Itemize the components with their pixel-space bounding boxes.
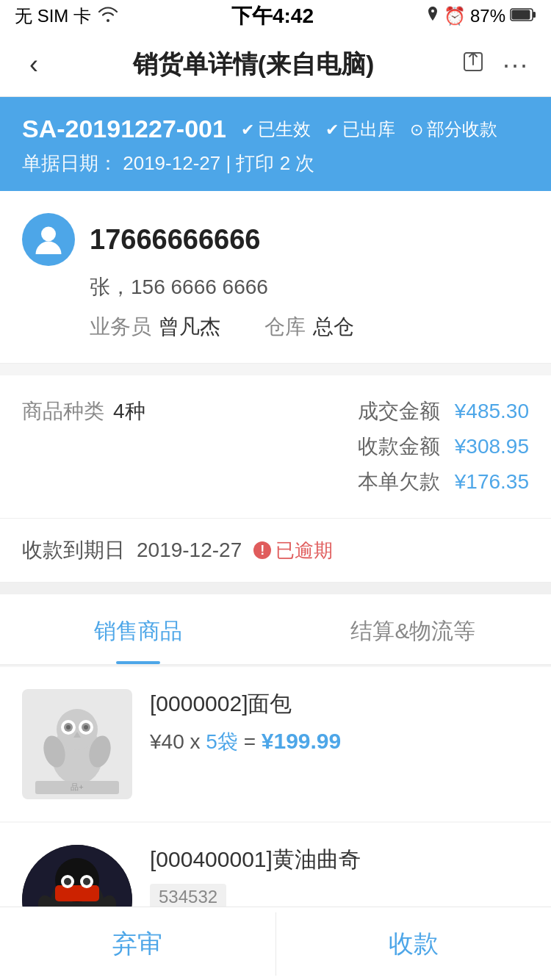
deal-amount-label: 成交金额 [358, 397, 440, 425]
product-item: 品+ [0000002]面包 ¥40 x 5袋 = ¥199.99 [0, 667, 551, 821]
nav-bar: ‹ 销货单详情(来自电脑) ··· [0, 32, 551, 97]
product-qty-1: 5袋 [206, 730, 238, 753]
salesperson-value: 曾凡杰 [159, 313, 220, 341]
product-equals-1: = [244, 730, 262, 753]
location-icon [426, 6, 439, 26]
svg-point-12 [66, 725, 71, 729]
status-bar: 无 SIM 卡 下午4:42 ⏰ 87% [0, 0, 551, 32]
share-button[interactable] [461, 50, 485, 79]
warehouse-value: 总仓 [313, 313, 354, 341]
collected-label: 收款金额 [358, 433, 440, 461]
status-right: ⏰ 87% [426, 6, 536, 26]
salesperson-label: 业务员 [90, 313, 151, 341]
due-date-label: 收款到期日 [22, 536, 125, 564]
amount-stats: 成交金额 ¥485.30 收款金额 ¥308.95 本单欠款 ¥176.35 [358, 397, 529, 496]
product-name-2: [000400001]黄油曲奇 [150, 845, 529, 875]
check-icon-shipped [325, 119, 339, 140]
wifi-icon [97, 6, 119, 26]
product-types-label: 商品种类 [22, 397, 104, 425]
battery-icon [510, 6, 536, 26]
overdue-text: 已逾期 [276, 538, 333, 563]
clock-icon [410, 119, 423, 140]
collect-payment-button[interactable]: 收款 [276, 912, 552, 976]
status-badge-shipped: 已出库 [325, 118, 395, 141]
tabs-bar: 销售商品 结算&物流等 [0, 594, 551, 666]
customer-section: 17666666666 张，156 6666 6666 业务员 曾凡杰 仓库 总… [0, 191, 551, 364]
nav-right-actions: ··· [461, 49, 529, 80]
order-header-banner: SA-20191227-001 已生效 已出库 部分收款 单据日期： 2019-… [0, 97, 551, 191]
page-title: 销货单详情(来自电脑) [133, 48, 375, 82]
customer-phone-row: 17666666666 [22, 213, 529, 266]
deal-amount-value: ¥485.30 [455, 400, 529, 423]
owed-amount-row: 本单欠款 ¥176.35 [358, 468, 529, 496]
product-price-row-1: ¥40 x 5袋 = ¥199.99 [150, 728, 529, 756]
svg-text:品+: 品+ [71, 782, 83, 791]
status-time: 下午4:42 [231, 2, 314, 30]
status-left: 无 SIM 卡 [15, 4, 119, 28]
check-icon-active [241, 119, 254, 140]
status-badge-partial: 部分收款 [410, 118, 497, 141]
due-date-value: 2019-12-27 [137, 538, 242, 562]
alarm-icon: ⏰ [444, 6, 466, 26]
svg-rect-2 [511, 10, 530, 20]
battery-text: 87% [470, 6, 505, 26]
warehouse-label: 仓库 [264, 313, 306, 341]
collected-value: ¥308.95 [455, 435, 529, 458]
section-divider [0, 583, 551, 594]
owed-label: 本单欠款 [358, 468, 440, 496]
banner-status-row: SA-20191227-001 已生效 已出库 部分收款 [22, 115, 529, 143]
salesperson-info: 业务员 曾凡杰 [90, 313, 220, 341]
owed-value: ¥176.35 [455, 470, 529, 494]
product-types-value: 4种 [113, 397, 145, 425]
overdue-icon: ! [253, 541, 271, 559]
product-name-1: [0000002]面包 [150, 689, 529, 719]
back-button[interactable]: ‹ [22, 42, 46, 87]
svg-point-26 [83, 878, 90, 885]
svg-point-25 [64, 878, 71, 885]
bottom-bar: 弃审 收款 [0, 907, 551, 980]
product-image-1: 品+ [22, 689, 132, 799]
product-info-1: [0000002]面包 ¥40 x 5袋 = ¥199.99 [150, 689, 529, 756]
product-multiply-1: x [190, 730, 206, 753]
svg-point-4 [41, 227, 56, 242]
banner-date-row: 单据日期： 2019-12-27 | 打印 2 次 [22, 151, 529, 176]
tab-products[interactable]: 销售商品 [0, 594, 276, 664]
more-button[interactable]: ··· [503, 49, 529, 80]
deal-amount-row: 成交金额 ¥485.30 [358, 397, 529, 425]
warehouse-info: 仓库 总仓 [264, 313, 354, 341]
carrier-text: 无 SIM 卡 [15, 4, 91, 28]
customer-phone-number: 17666666666 [90, 224, 260, 256]
stats-section: 商品种类 4种 成交金额 ¥485.30 收款金额 ¥308.95 本单欠款 ¥… [0, 375, 551, 519]
product-price-1: ¥40 [150, 730, 184, 753]
product-types-info: 商品种类 4种 [22, 397, 145, 425]
order-id: SA-20191227-001 [22, 115, 226, 143]
cancel-review-button[interactable]: 弃审 [0, 912, 276, 976]
customer-meta: 业务员 曾凡杰 仓库 总仓 [22, 313, 529, 341]
customer-name: 张，156 6666 6666 [22, 273, 529, 301]
status-badge-active: 已生效 [241, 118, 311, 141]
overdue-badge: ! 已逾期 [253, 538, 333, 563]
customer-avatar [22, 213, 75, 266]
due-date-section: 收款到期日 2019-12-27 ! 已逾期 [0, 519, 551, 583]
svg-point-13 [84, 725, 88, 729]
product-total-1: ¥199.99 [262, 729, 341, 753]
collected-amount-row: 收款金额 ¥308.95 [358, 433, 529, 461]
svg-rect-1 [533, 12, 536, 18]
svg-rect-22 [55, 885, 99, 901]
tab-settlement[interactable]: 结算&物流等 [276, 594, 551, 664]
